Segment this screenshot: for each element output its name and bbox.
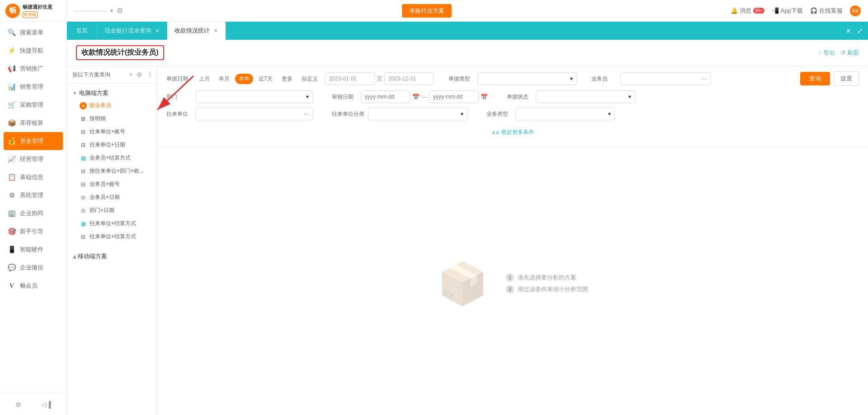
- desktop-scheme-group: ▼ 电脑端方案 ● 按业务员 ⊞ 按明细 ⊟ 往来单位+账号 ⊟ 往来单位: [67, 84, 157, 247]
- partner-more-btn[interactable]: ···: [303, 110, 309, 118]
- scheme-icon-sp-acct: ⊟: [80, 181, 87, 188]
- sidebar-item-member[interactable]: V 畅会员: [0, 277, 66, 295]
- review-date-field: 审核日期 📅 — 📅: [332, 90, 488, 103]
- salesperson-select[interactable]: ···: [620, 72, 711, 85]
- app-download-btn[interactable]: 📲 App下载: [772, 7, 803, 15]
- date-tab-more[interactable]: 更多: [278, 74, 296, 84]
- biz-type-select[interactable]: ▾: [515, 108, 615, 120]
- desktop-group-header[interactable]: ▼ 电脑端方案: [67, 87, 157, 99]
- sidebar-item-inventory[interactable]: 📦 库存核算: [0, 114, 66, 132]
- partner-label: 往来单位: [166, 110, 192, 118]
- tab-close-window-btn[interactable]: ✕: [845, 27, 851, 35]
- date-tab-this-year[interactable]: 本年: [235, 74, 253, 84]
- sidebar-item-basic-info[interactable]: 📋 基础信息: [0, 168, 66, 186]
- salesperson-field: 业务员 ···: [591, 72, 711, 85]
- user-avatar[interactable]: Rit: [850, 5, 861, 16]
- scheme-icon-partner-date: ⊟: [80, 141, 87, 149]
- scheme-item-partner-date[interactable]: ⊟ 往来单位+日期: [67, 138, 157, 151]
- scheme-item-partner-account[interactable]: ⊟ 往来单位+账号: [67, 125, 157, 138]
- scheme-item-salesperson-account[interactable]: ⊟ 业务员+账号: [67, 178, 157, 191]
- refresh-btn[interactable]: ↺ 刷新: [840, 49, 859, 57]
- query-btn[interactable]: 查询: [800, 72, 830, 85]
- breadcrumb-dropdown[interactable]: ▾: [110, 8, 113, 14]
- sidebar-item-sales[interactable]: 📊 销售管理: [0, 78, 66, 96]
- partner-category-select[interactable]: ▾: [368, 108, 467, 120]
- page-header-right: ↑ 导出 ↺ 刷新: [819, 49, 859, 57]
- sidebar-item-wechat[interactable]: 💬 企业微信: [0, 259, 66, 277]
- basic-info-icon: 📋: [7, 173, 16, 182]
- trial-btn[interactable]: 体验行业方案: [402, 4, 452, 18]
- doc-type-select[interactable]: ▾: [477, 72, 577, 85]
- form-row-3: 往来单位 ··· 往来单位分类 ▾ 业务类型: [166, 108, 859, 120]
- scheme-icon-partner-dept: ⊟: [80, 168, 87, 175]
- mobile-scheme-group: ▶ 移动端方案: [67, 247, 157, 266]
- date-tab-custom[interactable]: 自定义: [298, 74, 321, 84]
- scheme-item-salesperson-settlement[interactable]: ▦ 业务员+结算方式: [67, 151, 157, 165]
- scheme-item-partner-settlement1[interactable]: ▦ 往来单位+结算方式: [67, 217, 157, 230]
- doc-status-select[interactable]: ▾: [536, 90, 635, 103]
- header-gear-btn[interactable]: ⚙: [117, 6, 123, 15]
- sidebar: 畅 畅捷通好生意 标准版 🔍 搜索菜单 ⚡ 快捷导航 📢 营销推广 📊 销售管理…: [0, 0, 67, 415]
- top-header: —————— ▾ ⚙ 体验行业方案 🔔 消息 99+ 📲 App下载 🎧 在线客…: [67, 0, 868, 22]
- scheme-item-by-detail[interactable]: ⊞ 按明细: [67, 112, 157, 125]
- smart-hw-icon: 📱: [7, 245, 16, 254]
- export-btn[interactable]: ↑ 导出: [819, 49, 835, 57]
- collapse-conditions-btn[interactable]: ∧∧ 收起更多条件: [166, 125, 859, 140]
- review-date-to[interactable]: [429, 90, 479, 103]
- date-to-input[interactable]: [384, 72, 434, 85]
- more-options-btn[interactable]: ···: [701, 75, 707, 82]
- cal-icon-left: 📅: [412, 94, 420, 100]
- tab-collection-stats[interactable]: 收款情况统计 ✕: [167, 22, 226, 40]
- online-service-btn[interactable]: 🎧 在线客服: [810, 7, 843, 15]
- sidebar-item-system[interactable]: ⚙ 系统管理: [0, 186, 66, 204]
- scheme-item-salesperson-date[interactable]: ⊙ 业务员+日期: [67, 191, 157, 204]
- tab-bank-flow[interactable]: 现金银行流水查询 ✕: [97, 22, 167, 40]
- tab-collection-stats-close[interactable]: ✕: [213, 28, 218, 34]
- collapse-sidebar-btn[interactable]: ◁▐: [42, 401, 51, 408]
- scheme-item-dept-date[interactable]: ⊙ 部门+日期: [67, 204, 157, 217]
- mobile-group-header[interactable]: ▶ 移动端方案: [67, 250, 157, 262]
- scheme-item-by-salesperson[interactable]: ● 按业务员: [67, 99, 157, 112]
- add-scheme-btn[interactable]: ＋: [127, 71, 134, 79]
- date-tab-this-month[interactable]: 本月: [215, 74, 233, 84]
- tab-bank-flow-close[interactable]: ✕: [155, 28, 160, 34]
- sidebar-item-search-menu[interactable]: 🔍 搜索菜单: [0, 24, 66, 42]
- dept-select[interactable]: ▾: [195, 90, 313, 103]
- scheme-item-partner-dept[interactable]: ⊟ 按往来单位+部门+收...: [67, 165, 157, 178]
- biz-type-field: 业务类型 ▾: [486, 108, 615, 120]
- scheme-icon-detail: ⊞: [80, 115, 87, 123]
- partner-select[interactable]: ···: [195, 108, 313, 120]
- sidebar-item-operations[interactable]: 📈 经营管理: [0, 150, 66, 168]
- date-from-input[interactable]: [325, 72, 375, 85]
- date-label: 单据日期: [166, 75, 192, 83]
- sales-icon: 📊: [7, 82, 16, 91]
- settings-footer-btn[interactable]: ⚙: [15, 401, 21, 408]
- sidebar-item-beginner[interactable]: 🎯 新手引导: [0, 222, 66, 241]
- sidebar-item-quick-nav[interactable]: ⚡ 快捷导航: [0, 42, 66, 60]
- date-field: 单据日期 上月 本月 本年 近7天 更多 自定义 至: [166, 72, 434, 85]
- mobile-group-arrow: ▶: [71, 255, 77, 258]
- tab-home[interactable]: 首页: [67, 22, 97, 40]
- scheme-item-partner-settlement2[interactable]: ⊟ 往来单位+结算方式: [67, 230, 157, 243]
- collapse-panel-btn[interactable]: 《: [145, 71, 151, 79]
- marketing-icon: 📢: [7, 64, 16, 73]
- sidebar-item-marketing[interactable]: 📢 营销推广: [0, 60, 66, 78]
- empty-illustration: 📦: [437, 260, 488, 307]
- manage-scheme-btn[interactable]: ⚙: [137, 71, 142, 78]
- notification-btn[interactable]: 🔔 消息 99+: [731, 7, 764, 15]
- settings-btn[interactable]: 设置: [834, 71, 859, 86]
- purchase-icon: 🛒: [7, 100, 16, 109]
- step-num-2: 2: [506, 285, 514, 293]
- doc-status-field: 单据状态 ▾: [507, 90, 635, 103]
- sidebar-item-purchase[interactable]: 🛒 采购管理: [0, 96, 66, 114]
- dept-field: 部门 ▾: [166, 90, 313, 103]
- content-body: 按以下方案查询 ＋ ⚙ 《 ▼ 电脑端方案 ● 按业务员 ⊞ 按: [67, 66, 868, 415]
- sidebar-item-smart-hw[interactable]: 📱 智能硬件: [0, 241, 66, 259]
- sidebar-item-enterprise[interactable]: 🏢 企业协同: [0, 204, 66, 222]
- sidebar-item-finance[interactable]: 💰 资金管理: [4, 132, 63, 150]
- review-date-from[interactable]: [361, 90, 410, 103]
- left-panel: 按以下方案查询 ＋ ⚙ 《 ▼ 电脑端方案 ● 按业务员 ⊞ 按: [67, 66, 157, 415]
- tab-maximize-btn[interactable]: ⤢: [857, 27, 863, 35]
- date-tab-7days[interactable]: 近7天: [255, 74, 276, 84]
- date-tab-last-month[interactable]: 上月: [195, 74, 213, 84]
